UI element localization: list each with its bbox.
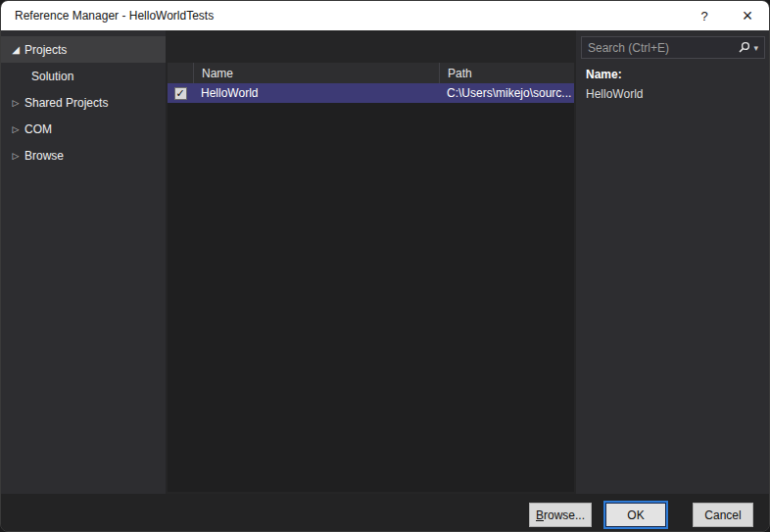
row-name-cell: HelloWorld (193, 86, 439, 100)
window-title: Reference Manager - HelloWorldTests (1, 9, 683, 23)
search-icon (738, 41, 750, 54)
close-icon: × (743, 7, 753, 24)
browse-accel: B (536, 508, 544, 522)
checkmark-icon: ✓ (175, 88, 184, 99)
column-header-label: Name (202, 67, 233, 80)
detail-name-label: Name: (586, 68, 622, 81)
browse-button[interactable]: Browse... (529, 503, 592, 527)
close-button[interactable]: × (726, 1, 769, 30)
column-header-name[interactable]: Name (193, 63, 439, 83)
help-icon: ? (700, 9, 707, 24)
reference-manager-dialog: Reference Manager - HelloWorldTests ? × … (0, 0, 770, 532)
chevron-down-icon[interactable]: ▾ (753, 43, 758, 53)
search-box: ▾ (581, 36, 765, 59)
search-controls[interactable]: ▾ (738, 41, 764, 54)
browse-rest: rowse... (544, 508, 585, 522)
category-sidebar: ◢ Projects Solution ▷ Shared Projects ▷ … (1, 30, 166, 494)
sidebar-item-com[interactable]: ▷ COM (1, 116, 166, 142)
checkbox-cell: ✓ (168, 87, 193, 100)
list-header: Name Path (168, 63, 574, 83)
footer-bar: Browse... OK Cancel (1, 494, 770, 532)
cancel-button[interactable]: Cancel (693, 503, 753, 527)
sidebar-item-label: Shared Projects (24, 96, 108, 110)
help-button[interactable]: ? (683, 1, 726, 30)
detail-name-value: HelloWorld (586, 87, 643, 101)
sidebar-item-projects[interactable]: ◢ Projects (1, 36, 166, 63)
titlebar[interactable]: Reference Manager - HelloWorldTests ? × (1, 1, 769, 30)
collapsed-triangle-icon[interactable]: ▷ (10, 98, 22, 108)
search-input[interactable] (582, 37, 738, 58)
column-header-path[interactable]: Path (439, 63, 574, 83)
column-header-label: Path (448, 67, 472, 80)
project-list-region: Name Path ✓ HelloWorld C:\Users\mikejo\s… (166, 30, 576, 494)
row-path-cell: C:\Users\mikejo\sourc... (439, 86, 574, 100)
expanded-triangle-icon[interactable]: ◢ (10, 44, 22, 55)
sidebar-item-label: Solution (31, 70, 73, 83)
table-row-helloworld[interactable]: ✓ HelloWorld C:\Users\mikejo\sourc... (168, 83, 574, 103)
reference-checkbox[interactable]: ✓ (174, 87, 187, 100)
sidebar-item-label: COM (24, 122, 52, 136)
sidebar-item-solution[interactable]: Solution (1, 63, 166, 89)
collapsed-triangle-icon[interactable]: ▷ (10, 124, 22, 134)
titlebar-buttons: ? × (683, 1, 769, 30)
details-panel: ▾ Name: HelloWorld (576, 30, 770, 494)
ok-button[interactable]: OK (605, 503, 666, 527)
sidebar-item-label: Browse (24, 149, 64, 163)
sidebar-item-shared-projects[interactable]: ▷ Shared Projects (1, 89, 166, 116)
collapsed-triangle-icon[interactable]: ▷ (10, 151, 22, 161)
list-body: ✓ HelloWorld C:\Users\mikejo\sourc... (168, 83, 574, 492)
sidebar-item-browse[interactable]: ▷ Browse (1, 142, 166, 169)
column-header-checkbox[interactable] (168, 63, 193, 83)
sidebar-item-label: Projects (24, 43, 67, 57)
